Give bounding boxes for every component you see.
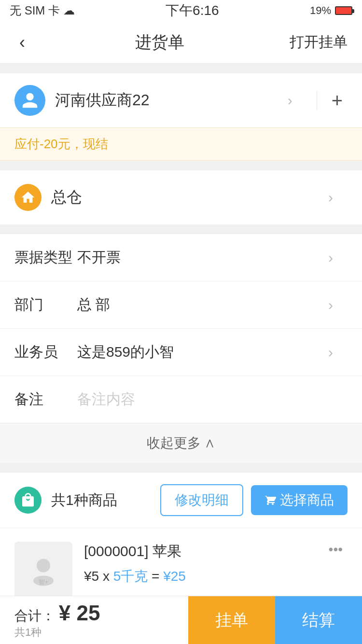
supplier-row[interactable]: 河南供应商22 › + <box>0 73 362 127</box>
product-name: [0000001] 苹果 <box>84 542 324 561</box>
select-product-label: 选择商品 <box>280 491 334 509</box>
dept-value: 总 部 <box>72 295 328 315</box>
quantity: 5千克 <box>113 569 148 584</box>
chevron-right-icon: › <box>288 92 292 109</box>
sales-value: 这是859的小智 <box>72 342 328 362</box>
supplier-name: 河南供应商22 <box>55 90 288 111</box>
person-icon <box>21 91 39 110</box>
supplier-right: › + <box>288 90 348 112</box>
warehouse-row[interactable]: 总仓 › <box>0 170 362 224</box>
total-count: 共1种 <box>14 625 174 640</box>
product-info: [0000001] 苹果 ¥5 x 5千克 = ¥25 <box>84 542 324 586</box>
warehouse-name: 总仓 <box>51 187 328 208</box>
divider-1 <box>0 64 362 73</box>
bottom-bar: 合计： ¥ 25 共1种 挂单 结算 <box>0 596 362 644</box>
invoice-chevron-icon: › <box>328 250 333 266</box>
status-left: 无 SIM 卡 ☁ <box>10 3 75 18</box>
warehouse-icon <box>14 184 42 211</box>
invoice-label: 票据类型 <box>14 248 72 267</box>
supplier-avatar <box>14 85 45 116</box>
collapse-button[interactable]: 收起更多 ∧ <box>0 423 362 463</box>
product-thumbnail: 智+ <box>14 542 72 600</box>
dept-label: 部门 <box>14 295 72 315</box>
sim-status: 无 SIM 卡 ☁ <box>10 3 75 18</box>
status-right: 19% <box>310 4 352 17</box>
product-section: 共1种商品 修改明细 选择商品 智+ [0000001] 苹果 ¥5 x 5千克 <box>0 473 362 613</box>
remark-input[interactable]: 备注内容 <box>72 390 348 409</box>
battery-icon <box>335 6 352 15</box>
dept-row[interactable]: 部门 总 部 › <box>0 281 362 329</box>
dept-chevron-icon: › <box>328 297 333 313</box>
status-time: 下午6:16 <box>166 1 219 20</box>
status-bar: 无 SIM 卡 ☁ 下午6:16 19% <box>0 0 362 21</box>
product-more-button[interactable]: ••• <box>324 542 348 557</box>
remark-row[interactable]: 备注 备注内容 <box>0 376 362 423</box>
hold-button[interactable]: 挂单 <box>188 596 275 644</box>
collapse-label: 收起更多 ∧ <box>147 435 216 450</box>
total-label: 合计： <box>14 608 55 623</box>
add-supplier-button[interactable]: + <box>327 90 348 112</box>
product-placeholder-icon: 智+ <box>27 554 60 588</box>
warehouse-section[interactable]: 总仓 › <box>0 170 362 224</box>
svg-text:智+: 智+ <box>39 579 48 586</box>
select-product-button[interactable]: 选择商品 <box>251 485 348 515</box>
back-button[interactable]: ‹ <box>14 28 30 57</box>
modify-detail-button[interactable]: 修改明细 <box>160 484 243 516</box>
product-header: 共1种商品 修改明细 选择商品 <box>0 473 362 528</box>
remark-label: 备注 <box>14 390 72 409</box>
form-section: 票据类型 不开票 › 部门 总 部 › 业务员 这是859的小智 › 备注 备注… <box>0 234 362 423</box>
shopping-bag-icon <box>20 492 36 508</box>
supplier-section: 河南供应商22 › + 应付-20元，现结 <box>0 73 362 161</box>
sales-row[interactable]: 业务员 这是859的小智 › <box>0 329 362 376</box>
nav-bar: ‹ 进货单 打开挂单 <box>0 21 362 64</box>
sales-label: 业务员 <box>14 342 72 362</box>
home-icon <box>20 190 36 205</box>
notice-text: 应付-20元，现结 <box>14 137 108 151</box>
checkout-button[interactable]: 结算 <box>275 596 362 644</box>
svg-point-0 <box>37 559 50 573</box>
vertical-divider <box>317 91 317 110</box>
product-code: [0000001] 苹果 <box>84 543 181 559</box>
notice-bar: 应付-20元，现结 <box>0 127 362 161</box>
equals: = <box>152 569 163 584</box>
page-title: 进货单 <box>135 31 184 54</box>
total-price: ¥25 <box>163 569 186 584</box>
product-count: 共1种商品 <box>51 490 160 510</box>
warehouse-chevron-icon: › <box>328 189 333 206</box>
product-price: ¥5 x 5千克 = ¥25 <box>84 567 324 586</box>
battery-percent: 19% <box>310 4 331 17</box>
invoice-row[interactable]: 票据类型 不开票 › <box>0 234 362 281</box>
total-amount: ¥ 25 <box>59 601 100 625</box>
total-row: 合计： ¥ 25 <box>14 601 174 625</box>
invoice-value: 不开票 <box>72 248 328 267</box>
unit-price: ¥5 x <box>84 569 113 584</box>
sales-chevron-icon: › <box>328 344 333 361</box>
open-hold-button[interactable]: 打开挂单 <box>290 32 348 52</box>
cart-icon <box>265 494 276 506</box>
divider-2 <box>0 161 362 170</box>
total-section: 合计： ¥ 25 共1种 <box>0 601 188 640</box>
product-icon <box>14 487 42 514</box>
